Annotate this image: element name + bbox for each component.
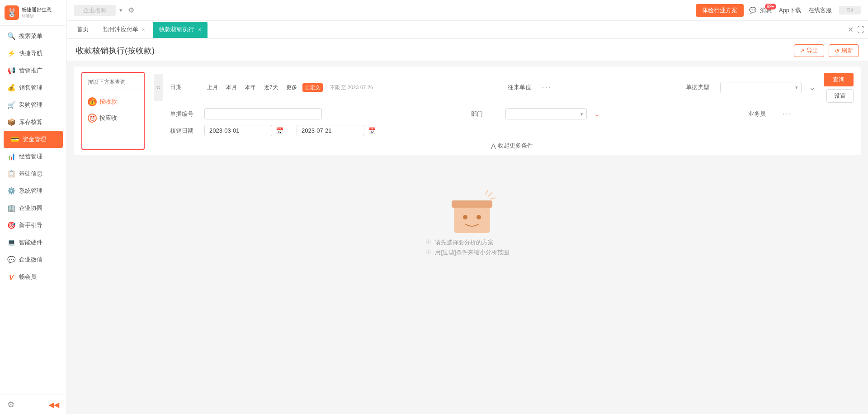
export-icon: ↗ bbox=[800, 48, 805, 54]
page-content: 收款核销执行(按收款) ↗ 导出 ↺ 刷新 按以下方案查询 💰 按收款 bbox=[67, 39, 868, 414]
message-badge: 99+ bbox=[765, 4, 776, 10]
topbar: 企业名称 ▾ ⚙ 体验行业方案 💬 消息 99+ App下载 在线客服 Rit bbox=[67, 0, 868, 21]
company-dropdown-icon[interactable]: ▾ bbox=[119, 7, 123, 14]
bill-type-dots[interactable]: ⌄ bbox=[809, 82, 816, 92]
query-btn[interactable]: 查询 bbox=[824, 73, 854, 86]
main-area: 企业名称 ▾ ⚙ 体验行业方案 💬 消息 99+ App下载 在线客服 Rit … bbox=[67, 0, 868, 414]
empty-svg bbox=[445, 188, 499, 238]
verify-end-input[interactable] bbox=[297, 125, 364, 136]
export-btn[interactable]: ↗ 导出 bbox=[794, 44, 824, 57]
filter-option-by-receipt[interactable]: 💰 按收款 bbox=[82, 94, 144, 110]
sidebar-item-search[interactable]: 🔍 搜索菜单 bbox=[0, 28, 66, 45]
topbar-actions: 体验行业方案 bbox=[696, 4, 744, 17]
salesperson-label: 业务员 bbox=[748, 110, 775, 118]
app-download-link[interactable]: App下载 bbox=[779, 6, 801, 14]
refresh-btn[interactable]: ↺ 刷新 bbox=[829, 44, 859, 57]
svg-rect-1 bbox=[452, 200, 492, 208]
sidebar-item-marketing[interactable]: 📢 营销推广 bbox=[0, 62, 66, 79]
filter-scheme-title: 按以下方案查询 bbox=[82, 78, 144, 90]
filter-option-by-receivable[interactable]: ⏰ 按应收 bbox=[82, 110, 144, 126]
verify-start-calendar-icon[interactable]: 📅 bbox=[276, 127, 283, 134]
shortcut-icon: ⚡ bbox=[7, 49, 15, 57]
collapse-sidebar-icon[interactable]: ◀◀ bbox=[48, 400, 59, 409]
date-quick-btns: 上月 本月 本年 近7天 更多 自定义 bbox=[204, 83, 323, 92]
settings-gear-icon[interactable]: ⚙ bbox=[7, 400, 14, 409]
industry-btn[interactable]: 体验行业方案 bbox=[696, 4, 744, 17]
tab-actions: ✕ ⛶ bbox=[848, 25, 864, 34]
tab-close-all-icon[interactable]: ✕ bbox=[848, 25, 854, 34]
salesperson-selector[interactable]: ··· bbox=[783, 109, 792, 119]
bill-no-label: 单据编号 bbox=[170, 110, 197, 118]
sidebar-item-newbie[interactable]: 🎯 新手引导 bbox=[0, 217, 66, 234]
page-header: 收款核销执行(按收款) ↗ 导出 ↺ 刷新 bbox=[67, 39, 868, 61]
sidebar-item-sales[interactable]: 💰 销售管理 bbox=[0, 79, 66, 96]
sidebar-item-finance[interactable]: 💳 资金管理 bbox=[4, 131, 63, 148]
date-btn-this-month[interactable]: 本月 bbox=[223, 83, 240, 92]
bill-no-input[interactable] bbox=[204, 108, 322, 119]
hardware-icon: 💻 bbox=[7, 238, 15, 247]
sidebar: 🐰 畅捷通好生意 标准版 🔍 搜索菜单 ⚡ 快捷导航 📢 营销推广 💰 销售管理… bbox=[0, 0, 67, 414]
sidebar-item-inventory[interactable]: 📦 库存核算 bbox=[0, 114, 66, 131]
date-custom-btn[interactable]: 自定义 bbox=[302, 83, 323, 92]
sales-icon: 💰 bbox=[7, 84, 15, 92]
page-header-actions: ↗ 导出 ↺ 刷新 bbox=[794, 44, 859, 57]
topbar-right: 💬 消息 99+ App下载 在线客服 Rit bbox=[749, 6, 861, 14]
sidebar-item-vip[interactable]: V 畅会员 bbox=[0, 268, 66, 286]
sidebar-item-shortcut[interactable]: ⚡ 快捷导航 bbox=[0, 45, 66, 62]
tab-prepay-close[interactable]: × bbox=[142, 27, 145, 32]
topbar-left: 企业名称 ▾ ⚙ bbox=[74, 5, 690, 16]
chevron-up-icon: ⋀ bbox=[491, 143, 496, 149]
dept-select[interactable] bbox=[505, 108, 587, 119]
collapse-more-btn[interactable]: ⋀ 收起更多条件 bbox=[170, 142, 854, 150]
empty-state: ① 请先选择要分析的方案 ② 用[过滤]条件来缩小分析范围 bbox=[67, 161, 868, 286]
filter-row-2: 单据编号 部门 ⌄ 业务员 ··· bbox=[170, 108, 854, 119]
sidebar-item-system[interactable]: ⚙️ 系统管理 bbox=[0, 182, 66, 200]
sidebar-item-operations[interactable]: 📊 经营管理 bbox=[0, 148, 66, 165]
tab-collect-close[interactable]: × bbox=[198, 27, 201, 32]
date-hint: 不限 至 2023-07-26 bbox=[330, 84, 373, 91]
empty-tip-1: ① 请先选择要分析的方案 bbox=[426, 238, 509, 247]
verify-date-range: 📅 — 📅 bbox=[204, 125, 376, 136]
tab-prepay[interactable]: 预付冲应付单 × bbox=[97, 22, 151, 38]
dept-dropdown-icon[interactable]: ⌄ bbox=[594, 110, 599, 118]
wechat-icon: 💬 bbox=[7, 256, 15, 264]
date-btn-this-year[interactable]: 本年 bbox=[242, 83, 259, 92]
app-edition: 标准版 bbox=[22, 13, 52, 19]
operations-icon: 📊 bbox=[7, 152, 15, 161]
receipt-icon: 💰 bbox=[88, 97, 97, 106]
message-area[interactable]: 💬 消息 99+ bbox=[749, 6, 772, 14]
receivable-icon: ⏰ bbox=[88, 114, 97, 123]
verify-start-input[interactable] bbox=[204, 125, 272, 136]
sidebar-item-purchase[interactable]: 🛒 采购管理 bbox=[0, 96, 66, 114]
tab-home[interactable]: 首页 bbox=[71, 22, 95, 38]
online-service-link[interactable]: 在线客服 bbox=[808, 6, 832, 14]
marketing-icon: 📢 bbox=[7, 67, 15, 75]
date-btn-more[interactable]: 更多 bbox=[283, 83, 300, 92]
date-btn-7days[interactable]: 近7天 bbox=[261, 83, 281, 92]
tab-collect[interactable]: 收款核销执行 × bbox=[153, 22, 207, 38]
app-title: 畅捷通好生意 bbox=[22, 6, 52, 13]
svg-line-6 bbox=[490, 198, 495, 199]
date-btn-last-month[interactable]: 上月 bbox=[204, 83, 221, 92]
tabbar: 首页 预付冲应付单 × 收款核销执行 × ✕ ⛶ bbox=[67, 21, 868, 39]
filter-row-1: 日期 上月 本月 本年 近7天 更多 自定义 不限 至 2023-07-26 往… bbox=[170, 72, 854, 103]
partner-label: 往来单位 bbox=[508, 83, 535, 91]
user-name: Rit bbox=[839, 6, 861, 14]
message-icon: 💬 bbox=[749, 7, 756, 14]
sidebar-item-basics[interactable]: 📋 基础信息 bbox=[0, 165, 66, 182]
sidebar-item-hardware[interactable]: 💻 智能硬件 bbox=[0, 234, 66, 251]
partner-selector[interactable]: ··· bbox=[542, 83, 552, 92]
collapse-filter-sidebar-btn[interactable]: ‹‹ bbox=[154, 74, 163, 101]
bill-type-select[interactable] bbox=[720, 82, 802, 93]
sidebar-item-wechat[interactable]: 💬 企业微信 bbox=[0, 251, 66, 268]
filter-form: 日期 上月 本月 本年 近7天 更多 自定义 不限 至 2023-07-26 往… bbox=[170, 72, 854, 150]
sidebar-item-enterprise[interactable]: 🏢 企业协同 bbox=[0, 200, 66, 217]
settings-topbar-icon[interactable]: ⚙ bbox=[128, 6, 134, 14]
verify-end-calendar-icon[interactable]: 📅 bbox=[368, 127, 376, 134]
tab-expand-icon[interactable]: ⛶ bbox=[857, 26, 864, 34]
verify-date-label: 核销日期 bbox=[170, 127, 197, 135]
page-title: 收款核销执行(按收款) bbox=[76, 45, 155, 56]
filter-row-3: 核销日期 📅 — 📅 bbox=[170, 125, 854, 136]
search-icon: 🔍 bbox=[7, 32, 15, 40]
settings-btn[interactable]: 设置 bbox=[826, 89, 854, 103]
